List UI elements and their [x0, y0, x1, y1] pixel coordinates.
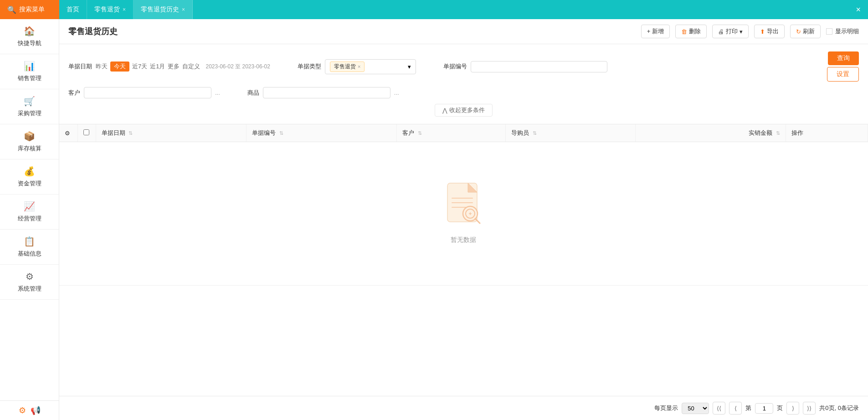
query-button[interactable]: 查询	[828, 51, 859, 65]
print-button[interactable]: 🖨 打印 ▾	[712, 25, 749, 38]
filter-settings-button[interactable]: 设置	[827, 67, 859, 82]
sidebar-item-basic-info[interactable]: 📋 基础信息	[0, 230, 59, 265]
date-opt-1month[interactable]: 近1月	[150, 62, 165, 71]
print-dropdown-icon: ▾	[740, 28, 743, 35]
col-checkbox[interactable]	[77, 124, 96, 142]
no-input[interactable]	[471, 61, 607, 72]
filter-row-1: 单据日期 昨天 今天 近7天 近1月 更多 自定义 2023-06-02 至 2…	[68, 51, 859, 82]
collapse-button[interactable]: ⋀ 收起更多条件	[435, 104, 493, 117]
main-area: 🏠 快捷导航 📊 销售管理 🛒 采购管理 📦 库存核算 💰 资金管理 📈 经营管…	[0, 19, 868, 420]
display-checkbox[interactable]	[826, 28, 832, 35]
goods-label: 商品	[247, 89, 259, 97]
operations-icon: 📈	[24, 201, 35, 212]
goods-ellipsis[interactable]: ...	[394, 89, 399, 96]
col-action: 操作	[786, 124, 868, 142]
date-opt-today[interactable]: 今天	[110, 61, 129, 72]
goods-input[interactable]	[263, 87, 390, 98]
sort-amount-icon[interactable]: ⇅	[776, 130, 780, 136]
sidebar-item-inventory[interactable]: 📦 库存核算	[0, 124, 59, 159]
inventory-icon: 📦	[24, 131, 35, 142]
new-button[interactable]: + 新增	[641, 25, 670, 38]
sort-date-icon[interactable]: ⇅	[128, 130, 133, 136]
empty-state-row: 暂无数据	[59, 142, 868, 286]
type-tag-close[interactable]: ×	[358, 64, 360, 69]
customer-label: 客户	[68, 89, 80, 97]
goods-filter: 商品 ...	[247, 87, 399, 98]
customer-input[interactable]	[84, 87, 211, 98]
sort-guide-icon[interactable]: ⇅	[533, 130, 537, 136]
page-label-prefix: 第	[745, 404, 751, 412]
type-select[interactable]: 零售退货 × ▾	[325, 59, 416, 74]
type-select-arrow: ▾	[408, 63, 411, 70]
sidebar-item-sales[interactable]: 📊 销售管理	[0, 54, 59, 89]
date-range-display: 2023-06-02 至 2023-06-02	[205, 63, 270, 71]
empty-label: 暂无数据	[451, 236, 476, 244]
page-size-label: 每页显示	[654, 404, 678, 412]
tab-close-icon-2[interactable]: ×	[182, 6, 185, 13]
collapse-icon: ⋀	[442, 107, 447, 114]
display-detail-toggle[interactable]: 显示明细	[826, 27, 859, 36]
sidebar-footer: ⚙ 📢	[0, 400, 59, 420]
tab-retail-return-history[interactable]: 零售退货历史 ×	[134, 0, 193, 19]
date-opt-custom[interactable]: 自定义	[182, 62, 200, 71]
window-close-button[interactable]: ×	[848, 5, 868, 15]
page-title: 零售退货历史	[68, 26, 118, 37]
pagination-area: 每页显示 50 10 20 100 ⟨⟨ ⟨ 第 页 ⟩ ⟩⟩ 共0页, 0条记…	[59, 396, 868, 420]
col-customer: 客户 ⇅	[397, 124, 506, 142]
speaker-footer-icon[interactable]: 📢	[31, 405, 41, 415]
empty-doc-svg	[441, 181, 486, 231]
filter-row-2: 客户 ... 商品 ...	[68, 87, 859, 98]
settings-footer-icon[interactable]: ⚙	[19, 405, 26, 415]
sidebar-item-purchase[interactable]: 🛒 采购管理	[0, 89, 59, 124]
search-label: 搜索菜单	[19, 5, 45, 14]
page-last-button[interactable]: ⟩⟩	[803, 402, 816, 415]
page-input[interactable]	[755, 403, 773, 414]
sidebar-item-operations[interactable]: 📈 经营管理	[0, 195, 59, 230]
select-all-checkbox[interactable]	[83, 129, 89, 135]
col-no: 单据编号 ⇅	[246, 124, 396, 142]
col-gear[interactable]: ⚙	[59, 124, 77, 142]
sort-customer-icon[interactable]: ⇅	[418, 130, 422, 136]
date-filter: 单据日期 昨天 今天 近7天 近1月 更多 自定义 2023-06-02 至 2…	[68, 61, 270, 72]
table-area: ⚙ 单据日期 ⇅ 单据编号 ⇅	[59, 124, 868, 396]
query-buttons: 查询 设置	[827, 51, 859, 82]
search-icon: 🔍	[7, 5, 16, 14]
date-opt-7days[interactable]: 近7天	[132, 62, 147, 71]
date-opt-yesterday[interactable]: 昨天	[96, 62, 108, 71]
col-date: 单据日期 ⇅	[96, 124, 246, 142]
customer-ellipsis[interactable]: ...	[215, 89, 220, 96]
tab-retail-return[interactable]: 零售退货 ×	[87, 0, 134, 19]
sidebar-item-quick-nav[interactable]: 🏠 快捷导航	[0, 19, 59, 54]
date-options: 昨天 今天 近7天 近1月 更多 自定义	[96, 61, 200, 72]
header-actions: + 新增 🗑 删除 🖨 打印 ▾ ⬆ 导出 ↻ 刷新	[641, 25, 859, 38]
export-icon: ⬆	[760, 28, 765, 35]
sort-no-icon[interactable]: ⇅	[279, 130, 283, 136]
date-label: 单据日期	[68, 62, 92, 71]
empty-image	[441, 183, 486, 229]
page-next-button[interactable]: ⟩	[786, 402, 799, 415]
tab-bar: 首页 零售退货 × 零售退货历史 ×	[59, 0, 848, 19]
tab-close-icon[interactable]: ×	[123, 6, 126, 13]
sales-icon: 📊	[24, 61, 35, 72]
page-first-button[interactable]: ⟨⟨	[713, 402, 725, 415]
page-label-suffix: 页	[777, 404, 783, 412]
page-prev-button[interactable]: ⟨	[729, 402, 742, 415]
sidebar-item-finance[interactable]: 💰 资金管理	[0, 159, 59, 195]
tab-home[interactable]: 首页	[59, 0, 87, 19]
delete-button[interactable]: 🗑 删除	[675, 25, 707, 38]
home-icon: 🏠	[24, 26, 35, 36]
sidebar-item-system[interactable]: ⚙ 系统管理	[0, 265, 59, 300]
page-size-select[interactable]: 50 10 20 100	[682, 403, 709, 414]
date-opt-more[interactable]: 更多	[168, 62, 180, 71]
export-button[interactable]: ⬆ 导出	[754, 25, 785, 38]
purchase-icon: 🛒	[24, 96, 35, 107]
no-label: 单据编号	[443, 62, 467, 71]
search-area[interactable]: 🔍 搜索菜单	[0, 0, 59, 19]
refresh-button[interactable]: ↻ 刷新	[790, 25, 821, 38]
empty-state: 暂无数据	[65, 147, 863, 281]
col-guide: 导购员 ⇅	[506, 124, 636, 142]
gear-icon[interactable]: ⚙	[65, 130, 70, 137]
top-bar: 🔍 搜索菜单 首页 零售退货 × 零售退货历史 × ×	[0, 0, 868, 19]
table-header-row: ⚙ 单据日期 ⇅ 单据编号 ⇅	[59, 124, 868, 142]
finance-icon: 💰	[24, 166, 35, 177]
